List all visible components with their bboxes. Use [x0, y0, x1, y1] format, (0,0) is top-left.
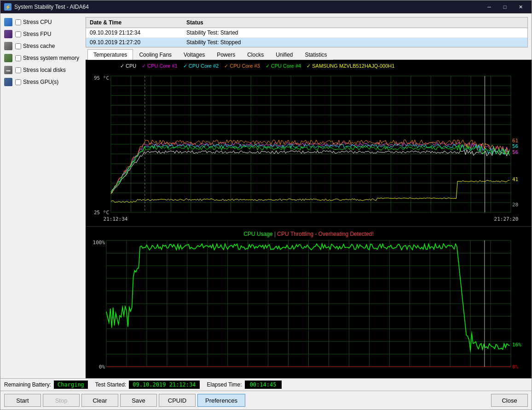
main-content: Stress CPU Stress FPU Stress cache: [0, 13, 532, 378]
stress-fpu-label[interactable]: Stress FPU: [15, 31, 51, 37]
log-status-2: Stability Test: Stopped: [186, 39, 524, 46]
elapsed-label: Elapsed Time:: [207, 381, 242, 388]
title-bar-left: ⚡ System Stability Test - AIDA64: [4, 3, 89, 11]
left-panel: Stress CPU Stress FPU Stress cache: [0, 13, 86, 378]
status-header: Status: [186, 19, 524, 26]
stress-cache-checkbox[interactable]: [15, 43, 21, 49]
stress-memory-item: Stress system memory: [4, 53, 82, 63]
stress-cpu-label[interactable]: Stress CPU: [15, 19, 52, 25]
stress-fpu-text: Stress FPU: [23, 31, 51, 37]
stress-fpu-checkbox[interactable]: [15, 31, 21, 37]
stress-cpu-checkbox[interactable]: [15, 19, 21, 25]
cpuid-button[interactable]: CPUID: [159, 394, 196, 407]
usage-canvas: [86, 227, 532, 378]
disks-icon: ▬: [4, 66, 12, 74]
log-table: Date & Time Status 09.10.2019 21:12:34 S…: [86, 17, 528, 47]
stress-memory-label[interactable]: Stress system memory: [15, 55, 79, 61]
main-window: ⚡ System Stability Test - AIDA64 ─ □ ✕ S…: [0, 0, 532, 410]
log-status-1: Stability Test: Started: [186, 29, 524, 36]
tab-statistics[interactable]: Statistics: [299, 49, 333, 60]
battery-label: Remaining Battery:: [4, 381, 51, 388]
cache-icon: [4, 42, 12, 50]
buttons-bar: Start Stop Clear Save CPUID Preferences …: [0, 391, 532, 410]
charts-area: [86, 60, 532, 378]
stress-memory-text: Stress system memory: [23, 55, 79, 61]
test-started-label: Test Started:: [95, 381, 126, 388]
stress-memory-checkbox[interactable]: [15, 55, 21, 61]
close-window-button[interactable]: ✕: [513, 2, 528, 12]
stress-cache-item: Stress cache: [4, 41, 82, 51]
usage-chart: [86, 227, 532, 378]
cpu-icon: [4, 18, 12, 26]
app-icon: ⚡: [4, 3, 12, 11]
close-button[interactable]: Close: [491, 394, 528, 407]
log-datetime-1: 09.10.2019 21:12:34: [90, 29, 150, 36]
datetime-header: Date & Time: [90, 19, 150, 26]
test-started-value: 09.10.2019 21:12:34: [129, 381, 199, 389]
stress-disks-text: Stress local disks: [23, 67, 66, 73]
memory-icon: [4, 54, 12, 62]
title-bar: ⚡ System Stability Test - AIDA64 ─ □ ✕: [0, 0, 532, 13]
log-row-1[interactable]: 09.10.2019 21:12:34 Stability Test: Star…: [86, 28, 527, 38]
stress-disks-label[interactable]: Stress local disks: [15, 67, 66, 73]
test-started-field: Test Started: 09.10.2019 21:12:34: [95, 381, 200, 389]
tab-powers[interactable]: Powers: [211, 49, 241, 60]
tab-cooling-fans[interactable]: Cooling Fans: [133, 49, 178, 60]
stress-gpu-item: Stress GPU(s): [4, 77, 82, 87]
stress-cache-label[interactable]: Stress cache: [15, 43, 55, 49]
stress-cpu-text: Stress CPU: [23, 19, 52, 25]
stress-gpu-checkbox[interactable]: [15, 79, 21, 85]
stress-gpu-text: Stress GPU(s): [23, 79, 58, 85]
temperature-canvas: [86, 60, 532, 226]
tab-temperatures[interactable]: Temperatures: [87, 49, 133, 60]
preferences-button[interactable]: Preferences: [197, 394, 245, 407]
stress-cpu-item: Stress CPU: [4, 17, 82, 27]
save-button[interactable]: Save: [120, 394, 157, 407]
battery-field: Remaining Battery: Charging: [4, 381, 88, 389]
stress-disks-item: ▬ Stress local disks: [4, 65, 82, 75]
log-row-2[interactable]: 09.10.2019 21:27:20 Stability Test: Stop…: [86, 38, 527, 47]
temperature-chart: [86, 60, 532, 227]
start-button[interactable]: Start: [4, 394, 41, 407]
stress-fpu-item: Stress FPU: [4, 29, 82, 39]
bottom-info-bar: Remaining Battery: Charging Test Started…: [0, 378, 532, 391]
tabs-bar: Temperatures Cooling Fans Voltages Power…: [86, 49, 532, 60]
log-datetime-2: 09.10.2019 21:27:20: [90, 39, 150, 46]
minimize-button[interactable]: ─: [482, 2, 497, 12]
tab-clocks[interactable]: Clocks: [241, 49, 270, 60]
battery-value: Charging: [54, 381, 88, 389]
clear-button[interactable]: Clear: [81, 394, 118, 407]
tab-voltages[interactable]: Voltages: [178, 49, 211, 60]
elapsed-field: Elapsed Time: 00:14:45: [207, 381, 282, 389]
elapsed-value: 00:14:45: [245, 381, 282, 389]
title-controls: ─ □ ✕: [482, 2, 528, 12]
stress-gpu-label[interactable]: Stress GPU(s): [15, 79, 58, 85]
stress-cache-text: Stress cache: [23, 43, 55, 49]
gpu-icon: [4, 78, 12, 86]
stress-disks-checkbox[interactable]: [15, 67, 21, 73]
fpu-icon: [4, 30, 12, 38]
maximize-button[interactable]: □: [497, 2, 512, 12]
window-title: System Stability Test - AIDA64: [14, 4, 89, 10]
tab-unified[interactable]: Unified: [270, 49, 299, 60]
right-panel: Date & Time Status 09.10.2019 21:12:34 S…: [86, 13, 532, 378]
log-table-header: Date & Time Status: [86, 18, 527, 28]
stop-button[interactable]: Stop: [43, 394, 80, 407]
